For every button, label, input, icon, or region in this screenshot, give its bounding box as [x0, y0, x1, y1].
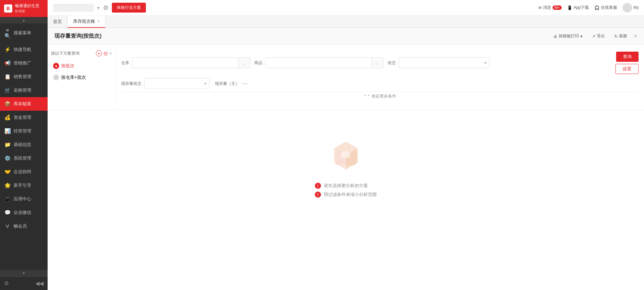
user-action[interactable]: Rit	[623, 3, 639, 13]
page-actions: 🖨 按模板打印 ▾ ↗ 导出 ↻ 刷新 ×	[550, 32, 637, 40]
brand-name: 畅康通好生意	[15, 3, 39, 9]
apps-icon: 📱	[4, 196, 11, 202]
sidebar-item-member[interactable]: V 畅会员	[0, 219, 48, 233]
sidebar-item-system[interactable]: ⚙️ 系统管理	[0, 151, 48, 165]
message-icon: ✉	[538, 5, 542, 10]
sidebar-item-operation[interactable]: 📊 经营管理	[0, 124, 48, 138]
enterprise-icon: 🤝	[4, 169, 11, 175]
inv-status-label: 现存量状态	[121, 81, 141, 87]
warehouse-more-btn[interactable]: …	[238, 58, 250, 68]
guide-icon: 🌟	[4, 182, 11, 188]
scheme-settings-icon[interactable]: ⊙	[103, 50, 108, 57]
add-scheme-icon[interactable]: +	[96, 50, 102, 56]
print-dropdown-icon[interactable]: ▾	[580, 34, 582, 39]
sidebar-item-basic[interactable]: 📁 基础信息	[0, 138, 48, 151]
topbar-left: ▾ ⚙ 体验行业方案	[53, 3, 534, 13]
filter-divider	[121, 92, 639, 92]
filter-status-field: 状态 ▾	[388, 57, 490, 68]
inv-qty-label: 现存量（主）	[215, 81, 239, 87]
sidebar-nav: ≡🔍 搜索菜单 ⚡ 快捷导航 📢 营销推广 📋 销售管理 🛒 采购管理 📦 库存…	[0, 23, 48, 270]
marketing-icon: 📢	[4, 60, 11, 66]
page-header: 现存量查询(按批次) 🖨 按模板打印 ▾ ↗ 导出 ↻ 刷新 ×	[48, 28, 644, 45]
inventory-icon: 📦	[4, 101, 11, 107]
app-download-action[interactable]: 📱 App下载	[567, 5, 589, 11]
filter-option-by-warehouse-batch[interactable]: ○ 按仓库+批次	[51, 72, 112, 83]
filter-sidebar-header-actions: + ⊙ «	[96, 50, 112, 57]
basic-icon: 📁	[4, 142, 11, 148]
warehouse-input[interactable]	[132, 58, 238, 68]
purchase-icon: 🛒	[4, 87, 11, 93]
filter-warehouse-field: 仓库 …	[121, 57, 250, 68]
sidebar-item-inventory[interactable]: 📦 库存核算	[0, 97, 48, 111]
warehouse-input-wrapper: …	[132, 57, 250, 68]
sidebar-item-wechat[interactable]: 💬 企业微信	[0, 206, 48, 219]
sidebar-item-label: 销售管理	[14, 74, 31, 80]
print-icon: 🖨	[553, 34, 557, 39]
filter-product-field: 商品 …	[254, 57, 384, 68]
content-divider	[48, 110, 644, 110]
sidebar-scroll-down[interactable]: ▼	[0, 270, 48, 276]
inv-status-select[interactable]	[145, 78, 209, 89]
wechat-icon: 💬	[4, 210, 11, 216]
sidebar-item-label: 企业协同	[14, 169, 31, 175]
page-title: 现存量查询(按批次)	[54, 33, 102, 40]
tab-home[interactable]: 首页	[48, 16, 68, 28]
export-icon: ↗	[592, 34, 595, 39]
export-btn[interactable]: ↗ 导出	[589, 32, 608, 40]
sidebar-scroll-up[interactable]: ▲	[0, 17, 48, 23]
filter-sidebar-header: 按以下方案查询 + ⊙ «	[51, 48, 112, 59]
finance-icon: 💰	[4, 114, 11, 121]
topbar-dropdown-icon[interactable]: ▾	[97, 5, 100, 11]
sidebar-item-marketing[interactable]: 📢 营销推广	[0, 56, 48, 70]
query-button[interactable]: 查询	[616, 52, 639, 62]
hint-2-text: 用过滤条件来缩小分析范围	[324, 192, 377, 198]
settings-footer-icon[interactable]: ⚙	[4, 280, 9, 287]
sidebar-item-label: 快捷导航	[14, 47, 31, 53]
refresh-btn[interactable]: ↻ 刷新	[612, 32, 630, 40]
sidebar-item-quick-nav[interactable]: ⚡ 快捷导航	[0, 43, 48, 56]
sidebar-item-label: 基础信息	[14, 142, 31, 148]
sidebar-item-finance[interactable]: 💰 资金管理	[0, 111, 48, 124]
tab-close-icon[interactable]: ×	[97, 19, 100, 24]
online-service-action[interactable]: 🎧 在线客服	[594, 5, 617, 11]
experience-btn[interactable]: 体验行业方案	[112, 3, 146, 13]
sidebar-item-enterprise[interactable]: 🤝 企业协同	[0, 165, 48, 179]
topbar-settings-icon[interactable]: ⚙	[103, 4, 108, 12]
refresh-label: 刷新	[619, 33, 627, 39]
topbar-right: ✉ 消息 99+ 📱 App下载 🎧 在线客服 Rit	[538, 3, 639, 13]
search-icon: ≡🔍	[4, 27, 11, 39]
sidebar-item-guide[interactable]: 🌟 新手引导	[0, 179, 48, 192]
filter-row-1: 仓库 … 商品 …	[121, 52, 639, 74]
sidebar-item-purchase[interactable]: 🛒 采购管理	[0, 84, 48, 97]
logo-icon: B	[4, 4, 12, 13]
product-more-btn[interactable]: …	[371, 58, 383, 68]
brand-edition: 标准版	[15, 9, 39, 14]
sidebar-item-search[interactable]: ≡🔍 搜索菜单	[0, 23, 48, 43]
messages-label: 消息	[543, 5, 551, 11]
product-input[interactable]	[266, 58, 371, 68]
sidebar-item-apps[interactable]: 📱 应用中心	[0, 192, 48, 206]
tab-inventory-batch[interactable]: 库存批次账 ×	[68, 16, 105, 28]
filter-option-label: 按批次	[61, 63, 74, 69]
headset-icon: 🎧	[594, 5, 599, 10]
collapse-more-btn[interactable]: ⌃⌃ 收起更多条件	[121, 93, 639, 99]
print-btn[interactable]: 🖨 按模板打印 ▾	[550, 32, 585, 40]
system-icon: ⚙️	[4, 155, 11, 161]
refresh-icon: ↻	[614, 34, 618, 39]
filter-action-buttons: 查询 设置	[615, 52, 639, 74]
settings-button[interactable]: 设置	[615, 64, 639, 74]
topbar-search-input[interactable]	[53, 4, 94, 12]
empty-hints: 1 请先选择要分析的方案 2 用过滤条件来缩小分析范围	[315, 183, 377, 200]
filter-option-by-batch[interactable]: ● 按批次	[51, 60, 112, 72]
collapse-filter-icon[interactable]: «	[109, 50, 112, 57]
collapse-sidebar-icon[interactable]: ◀◀	[35, 280, 44, 287]
quick-nav-icon: ⚡	[4, 47, 11, 53]
messages-action[interactable]: ✉ 消息 99+	[538, 5, 562, 11]
status-select[interactable]	[399, 58, 489, 68]
close-panel-icon[interactable]: ×	[634, 33, 637, 39]
sidebar-item-sales[interactable]: 📋 销售管理	[0, 70, 48, 84]
batch-scheme-icon: ●	[53, 63, 59, 69]
tabs-bar: 首页 库存批次账 ×	[48, 16, 644, 28]
sidebar-item-label: 畅会员	[14, 223, 27, 229]
sidebar-item-label: 系统管理	[14, 155, 31, 161]
